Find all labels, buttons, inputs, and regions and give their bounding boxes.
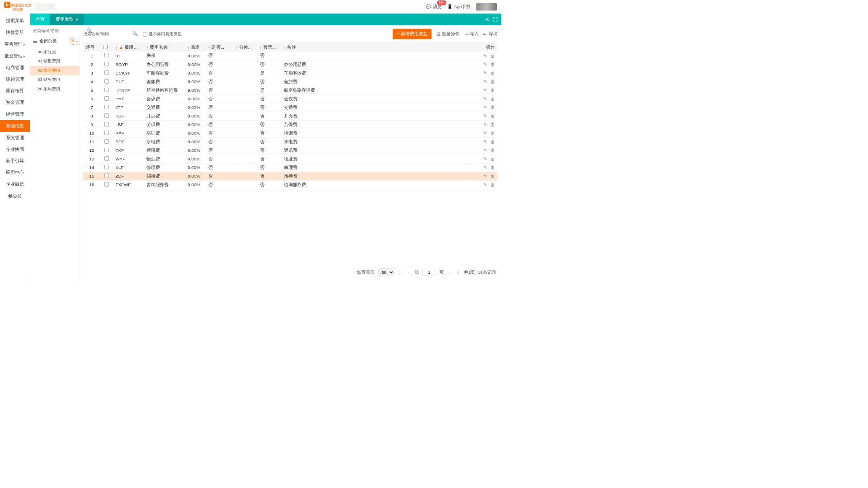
col-seq[interactable]: 序号 bbox=[83, 43, 100, 52]
edit-icon[interactable]: ✎ bbox=[483, 156, 487, 161]
leftnav-item[interactable]: 企业协同 bbox=[0, 144, 30, 155]
row-checkbox[interactable] bbox=[104, 53, 109, 57]
table-row[interactable]: 4CLF差旅费0.00%否否差旅费✎🗑 bbox=[83, 77, 498, 86]
table-row[interactable]: 12TXF通讯费0.00%否否通讯费✎🗑 bbox=[83, 146, 498, 155]
search-icon[interactable]: 🔍 bbox=[132, 31, 138, 36]
category-item[interactable]: 20 采购费用 bbox=[30, 84, 80, 94]
first-page-button[interactable]: |‹ bbox=[398, 270, 403, 275]
edit-icon[interactable]: ✎ bbox=[483, 53, 487, 58]
delete-icon[interactable]: 🗑 bbox=[491, 70, 495, 75]
row-checkbox[interactable] bbox=[104, 139, 109, 143]
leftnav-item[interactable]: 新手引导 bbox=[0, 155, 30, 167]
tab-fee-type[interactable]: 费用类型 ✕ bbox=[50, 14, 84, 25]
import-button[interactable]: ⇥导入 bbox=[465, 31, 479, 37]
table-row[interactable]: 13WYF物业费0.00%否否物业费✎🗑 bbox=[83, 155, 498, 163]
table-row[interactable]: 7JTF交通费0.00%否否交通费✎🗑 bbox=[83, 103, 498, 112]
delete-icon[interactable]: 🗑 bbox=[491, 113, 495, 118]
col-code[interactable]: ▲ 费用编码 bbox=[113, 43, 143, 52]
category-item[interactable]: 01 销售费用 bbox=[30, 56, 80, 66]
leftnav-item[interactable]: 批发管理▸ bbox=[0, 50, 30, 62]
category-item[interactable]: 00 未分类 bbox=[30, 47, 80, 57]
collapse-handle[interactable]: « bbox=[75, 38, 80, 45]
col-rate[interactable]: 税率 bbox=[185, 43, 206, 52]
edit-icon[interactable]: ✎ bbox=[483, 165, 487, 170]
table-row[interactable]: 14XLF修理费0.00%否否修理费✎🗑 bbox=[83, 163, 498, 172]
leftnav-item[interactable]: 畅会员 bbox=[0, 190, 30, 202]
row-checkbox[interactable] bbox=[104, 156, 109, 160]
delete-icon[interactable]: 🗑 bbox=[491, 79, 495, 84]
leftnav-item[interactable]: 搜索菜单 bbox=[0, 15, 30, 27]
delete-icon[interactable]: 🗑 bbox=[491, 62, 495, 67]
edit-icon[interactable]: ✎ bbox=[483, 122, 487, 127]
tab-home[interactable]: 首页 bbox=[30, 14, 50, 25]
delete-icon[interactable]: 🗑 bbox=[491, 156, 495, 161]
category-item[interactable]: 03 财务费用 bbox=[30, 75, 80, 84]
leftnav-item[interactable]: 企业微信 bbox=[0, 178, 30, 190]
leftnav-item[interactable]: 资金管理 bbox=[0, 97, 30, 108]
row-checkbox[interactable] bbox=[104, 96, 109, 100]
category-item[interactable]: 02 管理费用 bbox=[30, 66, 80, 75]
add-fee-type-button[interactable]: + 新增费用类型 bbox=[393, 29, 432, 39]
edit-icon[interactable]: ✎ bbox=[483, 96, 487, 101]
table-row[interactable]: 11SDF水电费0.00%否否水电费✎🗑 bbox=[83, 137, 498, 146]
delete-icon[interactable]: 🗑 bbox=[491, 174, 495, 178]
col-alloc[interactable]: 分摊... bbox=[233, 43, 257, 52]
table-row[interactable]: 6HYF会议费0.00%否否会议费✎🗑 bbox=[83, 94, 498, 103]
row-checkbox[interactable] bbox=[104, 87, 109, 92]
delete-icon[interactable]: 🗑 bbox=[491, 165, 495, 170]
col-name[interactable]: 费用名称 bbox=[144, 43, 185, 52]
show-disabled-checkbox[interactable] bbox=[143, 32, 147, 36]
page-input[interactable] bbox=[422, 269, 436, 276]
leftnav-item[interactable]: 库存核算 bbox=[0, 85, 30, 97]
search-icon[interactable]: 🔍 bbox=[87, 28, 93, 33]
leftnav-item[interactable]: 快捷导航 bbox=[0, 27, 30, 38]
delete-icon[interactable]: 🗑 bbox=[491, 139, 495, 144]
leftnav-item[interactable]: 基础信息 bbox=[0, 120, 30, 132]
row-checkbox[interactable] bbox=[104, 113, 109, 117]
edit-icon[interactable]: ✎ bbox=[483, 174, 487, 178]
table-row[interactable]: 101房租0.00%否否✎🗑 bbox=[83, 52, 498, 60]
table-row[interactable]: 9LBF劳保费0.00%否否劳保费✎🗑 bbox=[83, 120, 498, 129]
last-page-button[interactable]: ›| bbox=[455, 270, 461, 275]
row-checkbox[interactable] bbox=[104, 173, 109, 178]
batch-ops-button[interactable]: ☑批量操作 bbox=[436, 31, 460, 37]
delete-icon[interactable]: 🗑 bbox=[491, 88, 495, 93]
row-checkbox[interactable] bbox=[104, 70, 109, 75]
edit-icon[interactable]: ✎ bbox=[483, 105, 487, 110]
table-row[interactable]: 3CCKYF车船客运费3.00%否是车船客运费✎🗑 bbox=[83, 69, 498, 77]
leftnav-item[interactable]: 经营管理 bbox=[0, 108, 30, 120]
delete-icon[interactable]: 🗑 bbox=[491, 96, 495, 101]
row-checkbox[interactable] bbox=[104, 130, 109, 135]
col-checkbox[interactable] bbox=[100, 43, 113, 52]
leftnav-item[interactable]: 应用中心 bbox=[0, 167, 30, 178]
delete-icon[interactable]: 🗑 bbox=[491, 105, 495, 110]
row-checkbox[interactable] bbox=[104, 164, 109, 169]
row-checkbox[interactable] bbox=[104, 182, 109, 186]
edit-icon[interactable]: ✎ bbox=[483, 88, 487, 93]
edit-icon[interactable]: ✎ bbox=[483, 70, 487, 75]
row-checkbox[interactable] bbox=[104, 61, 109, 66]
leftnav-item[interactable]: 采购管理 bbox=[0, 74, 30, 85]
edit-icon[interactable]: ✎ bbox=[483, 148, 487, 153]
per-page-select[interactable]: 50 bbox=[378, 268, 394, 276]
edit-icon[interactable]: ✎ bbox=[483, 182, 487, 187]
messages-button[interactable]: 💬 消息 99+ bbox=[426, 4, 442, 10]
next-page-button[interactable]: › bbox=[448, 270, 452, 275]
company-selector[interactable]: ﹀ bbox=[35, 3, 56, 10]
row-checkbox[interactable] bbox=[104, 104, 109, 109]
row-checkbox[interactable] bbox=[104, 122, 109, 126]
table-row[interactable]: 2BGYP办公用品费0.00%否否办公用品费✎🗑 bbox=[83, 60, 498, 69]
category-search-input[interactable] bbox=[33, 28, 85, 33]
close-icon[interactable]: ✕ bbox=[75, 17, 79, 22]
table-row[interactable]: 10PXF培训费0.00%否否培训费✎🗑 bbox=[83, 129, 498, 137]
delete-icon[interactable]: 🗑 bbox=[491, 122, 495, 127]
edit-icon[interactable]: ✎ bbox=[483, 139, 487, 144]
edit-icon[interactable]: ✎ bbox=[483, 79, 487, 84]
leftnav-item[interactable]: 零售管理▸ bbox=[0, 38, 30, 50]
all-categories-label[interactable]: 全部分类 bbox=[39, 38, 57, 44]
prev-page-button[interactable]: ‹ bbox=[407, 270, 411, 275]
app-download-button[interactable]: 📱 App下载 bbox=[447, 4, 471, 10]
table-row[interactable]: 16ZXFWF咨询服务费0.00%否否咨询服务费✎🗑 bbox=[83, 180, 498, 189]
table-row[interactable]: 15ZDF招待费0.00%否否招待费✎🗑 bbox=[83, 172, 498, 180]
col-pass[interactable]: 普票... bbox=[257, 43, 281, 52]
